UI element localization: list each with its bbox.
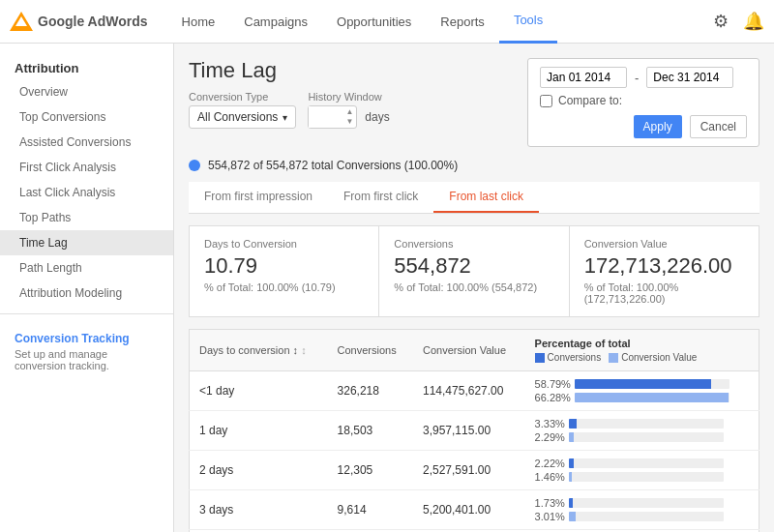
sidebar-item-time-lag[interactable]: Time Lag (0, 230, 173, 255)
sidebar-item-last-click[interactable]: Last Click Analysis (0, 180, 173, 205)
bar-fill-val (569, 472, 573, 482)
table-row: 2 days 12,305 2,527,591.00 2.22% 1.46% (190, 451, 759, 490)
bar-cell: 2.22% 1.46% (535, 458, 749, 483)
stat-label-0: Days to Conversion (204, 238, 364, 250)
summary-dot (189, 160, 200, 171)
history-window-label: History Window (308, 91, 389, 103)
bar-row-val: 3.01% (535, 511, 749, 522)
cell-conv-value: 114,475,627.00 (413, 371, 525, 411)
nav-campaigns[interactable]: Campaigns (229, 0, 322, 44)
date-row: - (540, 67, 747, 88)
main-layout: Attribution Overview Top Conversions Ass… (0, 44, 774, 532)
conversion-type-label: Conversion Type (189, 91, 296, 103)
col-header-days[interactable]: Days to conversion ↕ (190, 330, 328, 371)
bar-row-val: 2.29% (535, 431, 749, 443)
bar-label-val: 66.28% (535, 392, 571, 403)
cell-conv-value: 5,200,401.00 (413, 490, 525, 530)
conversion-type-select[interactable]: All Conversions (189, 105, 296, 129)
bar-fill-val (569, 512, 576, 521)
sidebar: Attribution Overview Top Conversions Ass… (0, 44, 174, 532)
cancel-button[interactable]: Cancel (690, 115, 747, 138)
sidebar-item-assisted-conversions[interactable]: Assisted Conversions (0, 130, 173, 155)
cell-day: 2 days (190, 451, 328, 490)
bar-row-val: 66.28% (535, 392, 749, 403)
stat-value-2: 172,713,226.00 (584, 253, 744, 279)
legend-dot-conv (535, 353, 545, 363)
nav-items: Home Campaigns Opportunities Reports Too… (167, 0, 713, 44)
sidebar-item-path-length[interactable]: Path Length (0, 255, 173, 281)
bar-track-conv (575, 379, 729, 389)
nav-tools[interactable]: Tools (499, 0, 557, 44)
days-label: days (365, 110, 389, 124)
legend-title: Percentage of total (535, 338, 749, 349)
stat-label-1: Conversions (394, 238, 553, 250)
summary-row: 554,872 of 554,872 total Conversions (10… (189, 159, 759, 172)
cell-conversions: 9,614 (328, 490, 413, 530)
bar-track-conv (569, 498, 724, 508)
conversion-tracking-title[interactable]: Conversion Tracking (15, 332, 159, 345)
date-start-input[interactable] (540, 67, 627, 88)
cell-conv-value: 3,957,115.00 (413, 411, 525, 451)
nav-opportunities[interactable]: Opportunities (322, 0, 426, 44)
sidebar-section-title: Attribution (0, 53, 173, 79)
bar-row-conv: 3.33% (535, 418, 749, 429)
compare-checkbox[interactable] (540, 95, 552, 107)
date-range-box: - Compare to: Apply Cancel (527, 58, 759, 147)
settings-icon[interactable]: ⚙ (713, 11, 729, 32)
table-row: <1 day 326,218 114,475,627.00 58.79% 66.… (190, 371, 759, 411)
bar-fill-val (575, 393, 729, 402)
legend-dot-val (609, 353, 618, 363)
legend-items: Conversions Conversion Value (535, 352, 749, 363)
sidebar-item-top-conversions[interactable]: Top Conversions (0, 104, 173, 130)
bar-track-conv (569, 419, 724, 429)
cell-conversions: 18,503 (328, 411, 413, 451)
bar-track-val (569, 472, 724, 482)
number-arrows[interactable]: ▲ ▼ (342, 107, 356, 126)
table-row: 1 day 18,503 3,957,115.00 3.33% 2.29% (190, 411, 759, 451)
stat-sub-1: % of Total: 100.00% (554,872) (394, 281, 553, 293)
history-window-value[interactable]: 90 (309, 106, 342, 128)
sidebar-divider (0, 313, 173, 314)
stat-label-2: Conversion Value (584, 238, 744, 250)
sidebar-item-top-paths[interactable]: Top Paths (0, 205, 173, 230)
cell-pct: 1.73% 3.01% (525, 490, 759, 530)
stat-value-1: 554,872 (394, 253, 553, 279)
cell-day: 3 days (190, 490, 328, 530)
nav-home[interactable]: Home (167, 0, 230, 44)
sidebar-item-overview[interactable]: Overview (0, 79, 173, 104)
compare-label: Compare to: (558, 94, 622, 107)
tab-first-impression[interactable]: From first impression (189, 182, 328, 213)
sidebar-item-attribution-modeling[interactable]: Attribution Modeling (0, 281, 173, 306)
bar-label-val: 2.29% (535, 431, 565, 443)
stats-cards: Days to Conversion 10.79 % of Total: 100… (189, 225, 759, 317)
history-window-input[interactable]: 90 ▲ ▼ (308, 105, 357, 129)
data-table: Days to conversion ↕ Conversions Convers… (189, 329, 759, 532)
nav-reports[interactable]: Reports (426, 0, 499, 44)
bar-cell: 58.79% 66.28% (535, 378, 749, 403)
apply-button[interactable]: Apply (634, 115, 682, 138)
legend-header: Percentage of total Conversions Conversi… (535, 338, 749, 363)
bar-fill-conv (575, 379, 711, 389)
date-separator: - (635, 71, 639, 85)
bar-track-val (569, 512, 724, 521)
tab-last-click[interactable]: From last click (433, 182, 539, 213)
cell-conversions: 326,218 (328, 371, 413, 411)
controls-row: Conversion Type All Conversions History … (189, 91, 390, 129)
conversion-tracking-desc: Set up and manage conversion tracking. (15, 348, 159, 371)
stat-sub-0: % of Total: 100.00% (10.79) (204, 281, 364, 293)
tab-first-click[interactable]: From first click (328, 182, 433, 213)
notification-icon[interactable]: 🔔 (743, 11, 764, 32)
bar-track-val (575, 393, 729, 402)
bar-row-val: 1.46% (535, 471, 749, 483)
date-end-input[interactable] (646, 67, 733, 88)
content-header: Time Lag Conversion Type All Conversions… (189, 58, 759, 147)
cell-conv-value: 2,527,591.00 (413, 451, 525, 490)
stat-conversions: Conversions 554,872 % of Total: 100.00% … (379, 226, 569, 316)
history-window-group: History Window 90 ▲ ▼ days (308, 91, 389, 129)
sidebar-item-first-click[interactable]: First Click Analysis (0, 155, 173, 180)
cell-pct: 3.33% 2.29% (525, 411, 759, 451)
bar-label-conv: 58.79% (535, 378, 571, 390)
logo-icon (10, 12, 33, 31)
bar-track-conv (569, 458, 724, 468)
conversion-type-group: Conversion Type All Conversions (189, 91, 296, 129)
